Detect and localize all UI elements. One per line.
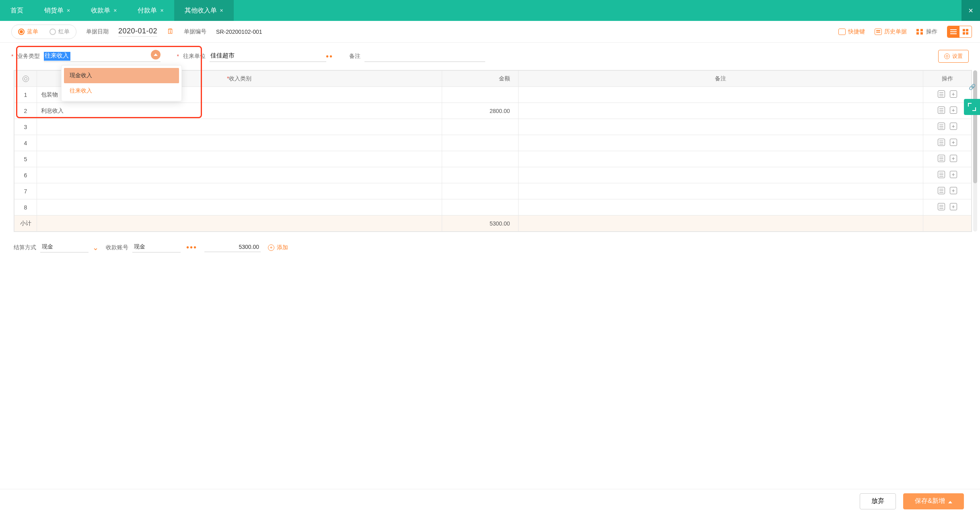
gear-icon [23,76,29,82]
row-remark[interactable] [518,199,923,215]
biz-type-input[interactable] [44,51,161,62]
sub-header: 蓝单 红单 单据日期 2020-01-02 🗓 单据编号 SR-20200102… [0,21,980,43]
grid-icon [916,29,924,35]
row-ops [923,151,972,167]
calendar-icon[interactable]: 🗓 [167,27,174,36]
keyboard-icon [838,29,846,35]
remark-input[interactable] [364,51,485,62]
doc-no-label: 单据编号 [184,28,206,35]
delete-row-icon[interactable] [938,171,945,178]
delete-row-icon[interactable] [938,187,945,194]
insert-row-icon[interactable] [950,171,957,178]
biz-type-label: 业务类型 [17,53,40,60]
row-amount[interactable] [442,167,518,183]
row-remark[interactable] [518,119,923,135]
row-remark[interactable] [518,183,923,199]
row-index: 1 [14,87,37,103]
row-ops [923,135,972,151]
ops-link[interactable]: 操作 [916,28,937,35]
required-mark: * [177,53,179,60]
row-category[interactable] [37,199,442,215]
doc-type-blue[interactable]: 蓝单 [13,27,43,37]
radio-icon [49,29,56,35]
row-amount[interactable]: 2800.00 [442,103,518,119]
row-ops [923,183,972,199]
delete-row-icon[interactable] [938,123,945,130]
row-amount[interactable] [442,183,518,199]
close-icon[interactable]: × [67,7,70,14]
row-amount[interactable] [442,119,518,135]
chevron-down-icon[interactable]: ⌄ [93,243,99,252]
doc-date-value[interactable]: 2020-01-02 [118,27,157,37]
tab-sales[interactable]: 销货单× [34,0,80,21]
doc-date-label: 单据日期 [86,28,109,35]
settle-amount[interactable]: 5300.00 [204,243,261,252]
doc-type-toggle: 蓝单 红单 [11,25,76,39]
view-grid-button[interactable] [959,26,972,37]
top-tabbar: 首页 销货单× 收款单× 付款单× 其他收入单× × [0,0,980,21]
tab-home[interactable]: 首页 [0,0,34,21]
attachment-button[interactable]: 🔗 [964,79,980,95]
row-amount[interactable] [442,151,518,167]
insert-row-icon[interactable] [950,139,957,146]
insert-row-icon[interactable] [950,90,957,98]
row-remark[interactable] [518,135,923,151]
row-category[interactable] [37,167,442,183]
row-category[interactable] [37,183,442,199]
view-list-button[interactable] [947,26,959,37]
gear-icon [944,53,950,59]
insert-row-icon[interactable] [950,187,957,194]
tab-receipt[interactable]: 收款单× [80,0,127,21]
row-remark[interactable] [518,103,923,119]
row-remark[interactable] [518,167,923,183]
delete-row-icon[interactable] [938,107,945,114]
tab-other-income[interactable]: 其他收入单× [174,0,234,21]
delete-row-icon[interactable] [938,203,945,210]
tab-payment[interactable]: 付款单× [127,0,174,21]
row-amount[interactable] [442,87,518,103]
history-link[interactable]: 历史单据 [875,28,907,35]
row-index: 6 [14,167,37,183]
insert-row-icon[interactable] [950,203,957,210]
dropdown-option-receivable[interactable]: 往来收入 [64,83,179,98]
row-remark[interactable] [518,87,923,103]
party-field: * 往来单位 ••• [177,51,333,62]
row-amount[interactable] [442,199,518,215]
insert-row-icon[interactable] [950,155,957,162]
insert-row-icon[interactable] [950,107,957,114]
close-icon[interactable]: × [220,7,223,14]
insert-row-icon[interactable] [950,123,957,130]
delete-row-icon[interactable] [938,155,945,162]
settlement-row: 结算方式 现金 ⌄ 收款账号 现金 ••• 5300.00 +添加 [0,232,980,263]
settle-method-label: 结算方式 [14,244,36,251]
party-input[interactable] [210,51,326,62]
row-index: 5 [14,151,37,167]
col-gear[interactable] [14,71,37,87]
settings-button[interactable]: 设置 [938,50,969,63]
row-category[interactable]: 利息收入 [37,103,442,119]
tabbar-close-button[interactable]: × [961,0,980,21]
close-icon[interactable]: × [160,7,163,14]
col-remark: 备注 [518,71,923,87]
row-remark[interactable] [518,151,923,167]
row-ops [923,119,972,135]
shortcut-link[interactable]: 快捷键 [838,28,865,35]
delete-row-icon[interactable] [938,139,945,146]
settle-method-value[interactable]: 现金 [40,242,89,252]
row-category[interactable] [37,151,442,167]
row-category[interactable] [37,135,442,151]
fullscreen-button[interactable] [964,99,980,115]
required-mark: * [11,53,13,60]
row-category[interactable] [37,119,442,135]
ellipsis-icon[interactable]: ••• [186,243,197,252]
row-amount[interactable] [442,135,518,151]
doc-type-red[interactable]: 红单 [45,27,74,37]
delete-row-icon[interactable] [938,90,945,98]
right-rail: 🔗 [964,79,980,115]
row-index: 2 [14,103,37,119]
settle-account-value[interactable]: 现金 [132,242,181,252]
add-settlement-button[interactable]: +添加 [268,244,288,251]
history-icon [875,29,882,35]
close-icon[interactable]: × [113,7,117,14]
dropdown-option-cash[interactable]: 现金收入 [64,68,179,83]
